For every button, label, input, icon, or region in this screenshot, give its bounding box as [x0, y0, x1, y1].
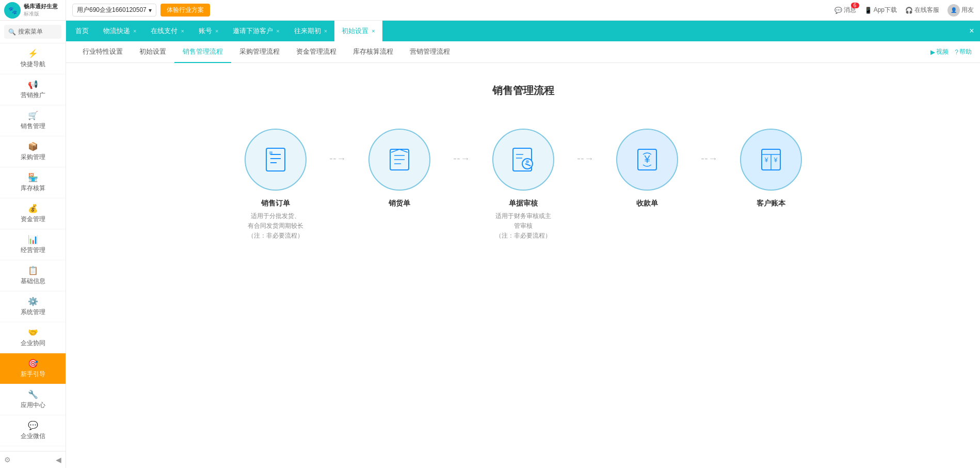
sub-tab-finance-flow[interactable]: 资金管理流程: [288, 41, 345, 63]
video-label: 视频: [936, 48, 949, 56]
message-item[interactable]: 💬 6 消息: [834, 6, 856, 14]
close-icon[interactable]: ×: [324, 28, 327, 34]
marketing-icon: 📢: [28, 80, 38, 89]
settings-button[interactable]: ⚙: [4, 456, 11, 464]
close-icon[interactable]: ×: [133, 28, 136, 34]
svg-rect-0: [266, 148, 285, 171]
enterprise-icon: 🤝: [28, 327, 38, 337]
flow-step-label: 销货单: [389, 199, 410, 208]
nav-tab-invite[interactable]: 邀请下游客户 ×: [226, 21, 286, 41]
close-all-tabs-button[interactable]: ×: [963, 21, 980, 41]
sub-tab-label: 销售管理流程: [183, 47, 223, 56]
close-icon[interactable]: ×: [372, 28, 375, 34]
sidebar-item-guide[interactable]: 🎯 新手引导: [0, 353, 66, 384]
sub-tab-init[interactable]: 初始设置: [131, 41, 174, 63]
nav-tab-label: 账号: [199, 26, 212, 36]
sidebar-item-inventory[interactable]: 🏪 库存核算: [0, 167, 66, 198]
flow-arrow-2: - - →: [446, 129, 477, 164]
chevron-down-icon: ▾: [149, 7, 152, 14]
sub-tab-label: 采购管理流程: [239, 47, 280, 56]
search-menu-button[interactable]: 🔍 搜索菜单: [4, 25, 61, 39]
sidebar-item-label: 企业协同: [21, 339, 45, 348]
flow-step-label: 销售订单: [261, 199, 290, 208]
guide-icon: 🎯: [28, 358, 38, 368]
sub-tab-purchase-flow[interactable]: 采购管理流程: [231, 41, 288, 63]
flow-step-icon-audit: [492, 129, 554, 191]
nav-tab-label: 往来期初: [294, 26, 321, 36]
logo-icon: 🐾: [4, 2, 21, 19]
sidebar-item-quick-nav[interactable]: ⚡ 快捷导航: [0, 43, 66, 74]
sidebar-item-label: 采购管理: [21, 153, 45, 162]
arrow-icon: - - →: [701, 153, 717, 164]
sidebar-item-enterprise[interactable]: 🤝 企业协同: [0, 322, 66, 353]
operations-icon: 📊: [28, 235, 38, 244]
flow-step-sales-order: 销售订单 适用于分批发货、有合同发货周期较长（注：非必要流程）: [229, 129, 322, 241]
close-icon[interactable]: ×: [181, 28, 184, 34]
sidebar-item-system[interactable]: ⚙️ 系统管理: [0, 291, 66, 322]
app-download-item[interactable]: 📱 App下载: [864, 6, 897, 14]
svg-text:¥: ¥: [773, 157, 777, 164]
sidebar-item-label: 新手引导: [21, 370, 45, 379]
top-bar-right: 💬 6 消息 📱 App下载 🎧 在线客服 👤 用友: [834, 4, 974, 17]
flow-step-label: 单据审核: [509, 199, 538, 208]
close-icon[interactable]: ×: [215, 28, 218, 34]
nav-tab-home[interactable]: 首页: [68, 21, 96, 41]
app-label: App下载: [874, 6, 897, 14]
sidebar-item-label: 企业微信: [21, 432, 45, 441]
nav-tab-label: 邀请下游客户: [233, 26, 273, 36]
flow-step-ledger: ¥ ¥ 客户账本: [725, 129, 817, 211]
sub-tab-inventory-flow[interactable]: 库存核算流程: [345, 41, 401, 63]
sub-tab-industry[interactable]: 行业特性设置: [74, 41, 131, 63]
sub-tab-sales-flow[interactable]: 销售管理流程: [174, 41, 231, 63]
logo-text: 畅库通好生意 标准版: [24, 3, 58, 18]
collapse-button[interactable]: ◀: [56, 456, 61, 464]
top-bar-left: 用户690企业1660120507 ▾ 体验行业方案: [72, 4, 210, 17]
flow-step-icon-sales-order: [245, 129, 307, 191]
sub-tab-label: 营销管理流程: [410, 47, 450, 56]
nav-tab-label: 物流快递: [103, 26, 130, 36]
sidebar-item-apps[interactable]: 🔧 应用中心: [0, 384, 66, 415]
svg-point-12: [526, 160, 529, 163]
user-label: 用户690企业1660120507: [77, 6, 147, 14]
nav-tab-logistics[interactable]: 物流快递 ×: [96, 21, 143, 41]
nav-tab-label: 首页: [75, 26, 89, 36]
help-link[interactable]: ? 帮助: [955, 48, 972, 56]
sub-tab-marketing-flow[interactable]: 营销管理流程: [401, 41, 458, 63]
user-selector[interactable]: 用户690企业1660120507 ▾: [72, 4, 156, 17]
sidebar-item-basic-info[interactable]: 📋 基础信息: [0, 260, 66, 291]
sidebar-item-operations[interactable]: 📊 经营管理: [0, 229, 66, 260]
main-content: 行业特性设置 初始设置 销售管理流程 采购管理流程 资金管理流程 库存核算流程 …: [66, 41, 980, 468]
sidebar-item-member[interactable]: 🏆 畅会员: [0, 446, 66, 451]
top-bar: 用户690企业1660120507 ▾ 体验行业方案 💬 6 消息 📱 App下…: [66, 0, 980, 21]
service-label: 在线客服: [914, 6, 939, 14]
sidebar-item-wechat[interactable]: 💬 企业微信: [0, 415, 66, 446]
sidebar-item-label: 库存核算: [21, 184, 45, 193]
sidebar-bottom: ⚙ ◀: [0, 451, 66, 468]
arrow-icon: - - →: [577, 153, 593, 164]
experience-button[interactable]: 体验行业方案: [160, 4, 210, 17]
flow-step-icon-ledger: ¥ ¥: [740, 129, 802, 191]
sales-icon: 🛒: [28, 111, 38, 120]
nav-tab-init-settings[interactable]: 初始设置 ×: [334, 21, 382, 41]
sidebar-item-purchase[interactable]: 📦 采购管理: [0, 136, 66, 167]
help-icon: ?: [955, 49, 958, 56]
video-link[interactable]: ▶ 视频: [930, 48, 949, 56]
sidebar-item-label: 营销推广: [21, 91, 45, 100]
customer-service-item[interactable]: 🎧 在线客服: [905, 6, 939, 14]
svg-text:¥: ¥: [644, 153, 650, 165]
sidebar-item-marketing[interactable]: 📢 营销推广: [0, 74, 66, 105]
flow-arrow-1: - - →: [322, 129, 353, 164]
message-icon: 💬: [834, 7, 842, 14]
nav-tab-account[interactable]: 账号 ×: [191, 21, 226, 41]
apps-icon: 🔧: [28, 389, 38, 399]
sidebar-item-sales[interactable]: 🛒 销售管理: [0, 105, 66, 136]
nav-tab-payment[interactable]: 在线支付 ×: [143, 21, 191, 41]
close-icon[interactable]: ×: [276, 28, 279, 34]
user-avatar-item[interactable]: 👤 用友: [947, 4, 974, 17]
sidebar-item-finance[interactable]: 💰 资金管理: [0, 198, 66, 229]
sidebar-item-label: 经营管理: [21, 246, 45, 255]
nav-tab-period[interactable]: 往来期初 ×: [287, 21, 334, 41]
sidebar-item-label: 系统管理: [21, 308, 45, 317]
sub-tab-label: 库存核算流程: [353, 47, 393, 56]
sidebar-item-label: 销售管理: [21, 122, 45, 131]
